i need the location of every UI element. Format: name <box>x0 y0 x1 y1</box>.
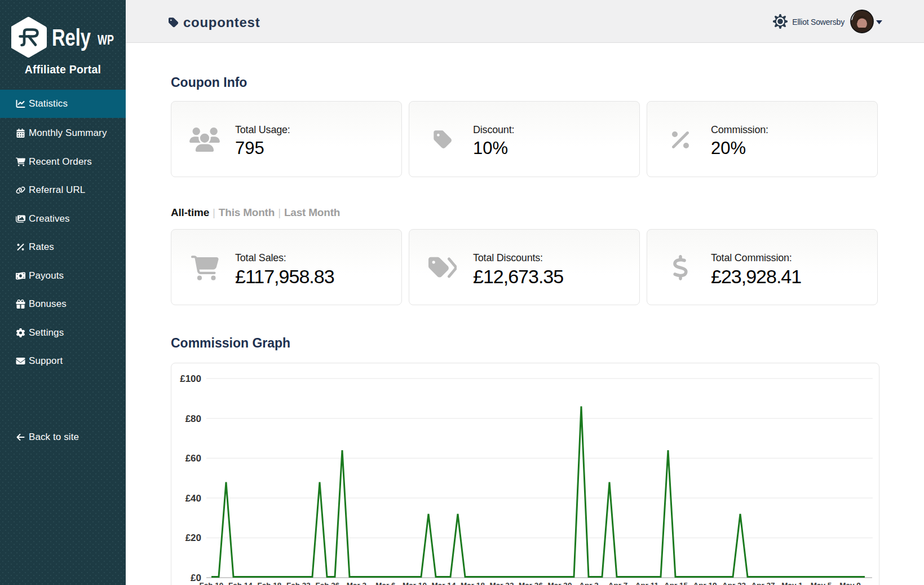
svg-text:£60: £60 <box>185 453 201 464</box>
svg-text:Mar 10: Mar 10 <box>403 581 427 585</box>
svg-text:May 1: May 1 <box>781 581 803 585</box>
svg-text:Mar 6: Mar 6 <box>375 581 396 585</box>
svg-text:WP: WP <box>98 33 114 47</box>
svg-text:Mar 14: Mar 14 <box>432 581 456 585</box>
svg-text:Apr 15: Apr 15 <box>664 581 688 585</box>
svg-text:Apr 19: Apr 19 <box>693 581 717 585</box>
svg-text:£20: £20 <box>185 533 201 543</box>
svg-text:Mar 2: Mar 2 <box>347 581 366 585</box>
svg-text:Rely: Rely <box>52 24 91 51</box>
svg-text:Feb 22: Feb 22 <box>286 581 311 585</box>
svg-text:Feb 26: Feb 26 <box>316 581 340 585</box>
svg-text:Feb 10: Feb 10 <box>200 581 224 585</box>
svg-text:Mar 18: Mar 18 <box>461 581 485 585</box>
svg-text:Apr 23: Apr 23 <box>722 581 746 585</box>
svg-text:£100: £100 <box>180 373 201 384</box>
svg-text:Mar 26: Mar 26 <box>519 581 543 585</box>
svg-text:May 9: May 9 <box>839 581 861 585</box>
svg-text:May 5: May 5 <box>811 581 832 585</box>
svg-text:Mar 30: Mar 30 <box>548 581 572 585</box>
svg-text:Apr 27: Apr 27 <box>751 581 775 585</box>
svg-text:Mar 22: Mar 22 <box>490 581 514 585</box>
svg-text:£80: £80 <box>185 414 201 424</box>
svg-text:Apr 11: Apr 11 <box>635 581 659 585</box>
svg-text:Apr 3: Apr 3 <box>579 581 599 585</box>
svg-text:Feb 18: Feb 18 <box>258 581 282 585</box>
svg-text:Feb 14: Feb 14 <box>228 581 253 585</box>
svg-text:Apr 7: Apr 7 <box>608 581 628 585</box>
svg-text:£40: £40 <box>185 493 201 504</box>
